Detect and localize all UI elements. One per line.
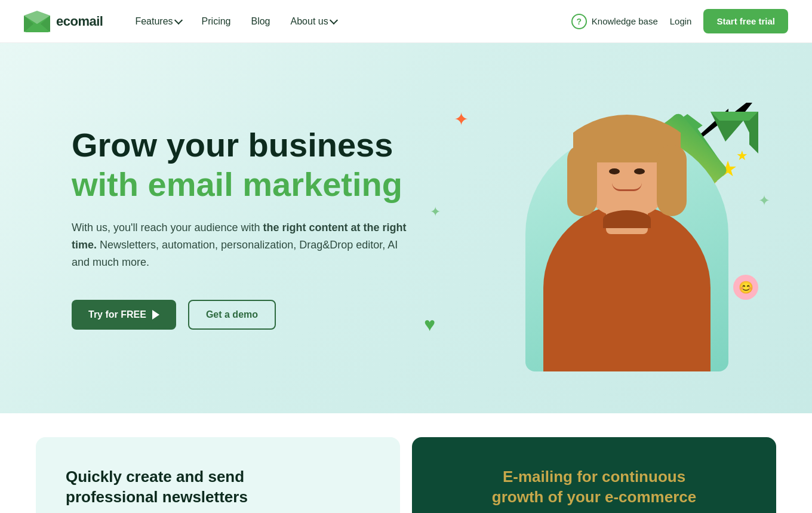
card-ecommerce-title: E-mailing for continuous growth of your … xyxy=(442,467,746,508)
heart-icon: ♥ xyxy=(424,314,435,336)
logo-icon xyxy=(24,11,50,32)
person-figure xyxy=(537,115,716,371)
nav-links: Features Pricing Blog About us xyxy=(127,11,345,32)
nav-left: ecomail Features Pricing Blog About us xyxy=(24,11,345,32)
navbar: ecomail Features Pricing Blog About us ?… xyxy=(0,0,812,43)
hero-section: Grow your business with email marketing … xyxy=(0,43,812,413)
nav-right: ? Knowledge base Login Start free trial xyxy=(571,9,788,33)
logo-text: ecomail xyxy=(56,14,103,29)
smiley-icon: 😊 xyxy=(733,275,758,300)
hero-content: Grow your business with email marketing … xyxy=(72,127,418,330)
cards-section: Quickly create and send professional new… xyxy=(0,437,812,513)
star-green-icon: ✦ xyxy=(430,204,441,220)
card-newsletters-title: Quickly create and send professional new… xyxy=(66,467,370,508)
chevron-down-icon xyxy=(330,16,338,24)
card-newsletters: Quickly create and send professional new… xyxy=(36,437,400,513)
play-icon xyxy=(152,310,159,320)
nav-blog[interactable]: Blog xyxy=(242,11,278,32)
question-icon: ? xyxy=(571,14,587,29)
hero-title-line2: with email marketing xyxy=(72,166,418,203)
nav-about[interactable]: About us xyxy=(282,11,345,32)
logo-link[interactable]: ecomail xyxy=(24,11,103,32)
chevron-down-icon xyxy=(174,16,183,24)
try-free-button[interactable]: Try for FREE xyxy=(72,300,176,330)
knowledge-base-link[interactable]: ? Knowledge base xyxy=(571,14,658,29)
hero-title-line1: Grow your business xyxy=(72,127,418,164)
hero-buttons: Try for FREE Get a demo xyxy=(72,300,418,330)
card-ecommerce: E-mailing for continuous growth of your … xyxy=(412,437,776,513)
hero-description: With us, you'll reach your audience with… xyxy=(72,219,418,271)
nav-pricing[interactable]: Pricing xyxy=(193,11,239,32)
get-demo-button[interactable]: Get a demo xyxy=(188,300,276,330)
login-link[interactable]: Login xyxy=(670,16,692,26)
start-trial-button[interactable]: Start free trial xyxy=(703,9,788,33)
star-orange-icon: ✦ xyxy=(454,109,469,130)
hero-visual: ✦ ✦ ✦ ♥ 😊 ★ ★ ✦ xyxy=(418,85,764,371)
nav-features[interactable]: Features xyxy=(127,11,189,32)
